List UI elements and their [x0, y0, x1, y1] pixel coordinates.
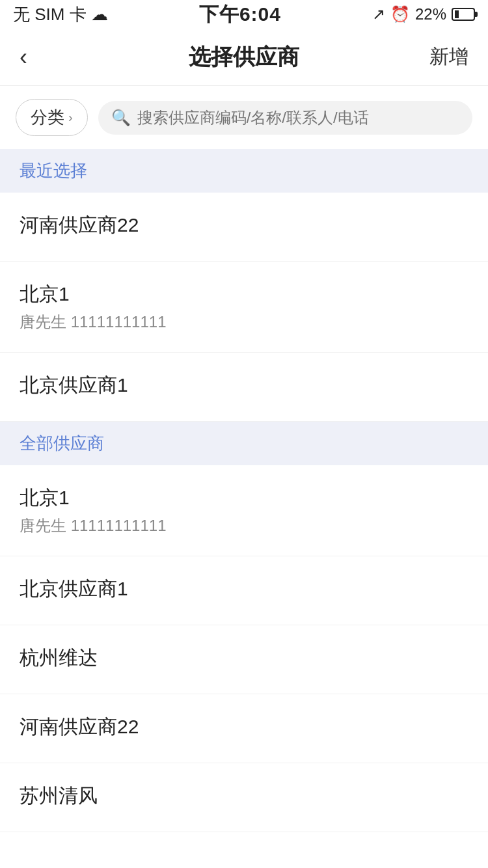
category-label: 分类 [31, 106, 64, 129]
list-item[interactable]: 北京供应商1 [0, 353, 488, 422]
item-name: 河南供应商22 [20, 212, 468, 239]
battery-icon [452, 8, 475, 21]
item-name: 苏州清风 [20, 783, 468, 809]
alarm-icon: ⏰ [390, 5, 410, 23]
status-left: 无 SIM 卡 ☁ [13, 3, 108, 26]
search-input[interactable] [137, 109, 459, 127]
item-name: 北京1 [20, 281, 468, 308]
status-right: ↗ ⏰ 22% [372, 5, 475, 23]
search-icon: 🔍 [111, 109, 131, 127]
item-subtitle: 唐先生 11111111111 [20, 312, 468, 332]
status-time: 下午6:04 [199, 1, 281, 28]
list-item[interactable]: 杭州维达 [0, 625, 488, 694]
nav-bar: ‹ 选择供应商 新增 [0, 29, 488, 86]
section-header-all: 全部供应商 [0, 422, 488, 465]
page-title: 选择供应商 [189, 42, 299, 72]
location-icon: ↗ [372, 5, 385, 23]
list-item[interactable]: 苏州清风 [0, 763, 488, 832]
filter-bar: 分类 › 🔍 [0, 86, 488, 149]
item-name: 河南供应商22 [20, 714, 468, 740]
item-subtitle: 唐先生 11111111111 [20, 515, 468, 536]
list-item[interactable]: 北京1唐先生 11111111111 [0, 262, 488, 353]
list-item[interactable]: 北京1唐先生 11111111111 [0, 465, 488, 556]
add-button[interactable]: 新增 [429, 44, 468, 70]
list-item[interactable]: 河南供应商22 [0, 694, 488, 763]
item-name: 北京供应商1 [20, 576, 468, 603]
section-header-recent: 最近选择 [0, 149, 488, 193]
chevron-right-icon: › [68, 110, 73, 125]
battery-label: 22% [415, 5, 446, 23]
item-name: 北京1 [20, 485, 468, 511]
item-name: 杭州维达 [20, 645, 468, 671]
list-item[interactable]: 北京供应商1 [0, 556, 488, 625]
sim-label: 无 SIM 卡 ☁ [13, 3, 108, 26]
status-bar: 无 SIM 卡 ☁ 下午6:04 ↗ ⏰ 22% [0, 0, 488, 29]
supplier-list: 最近选择河南供应商22北京1唐先生 11111111111北京供应商1全部供应商… [0, 149, 488, 832]
search-box[interactable]: 🔍 [98, 101, 472, 135]
back-button[interactable]: ‹ [20, 44, 59, 71]
category-button[interactable]: 分类 › [16, 99, 88, 136]
item-name: 北京供应商1 [20, 372, 468, 399]
list-item[interactable]: 河南供应商22 [0, 193, 488, 262]
